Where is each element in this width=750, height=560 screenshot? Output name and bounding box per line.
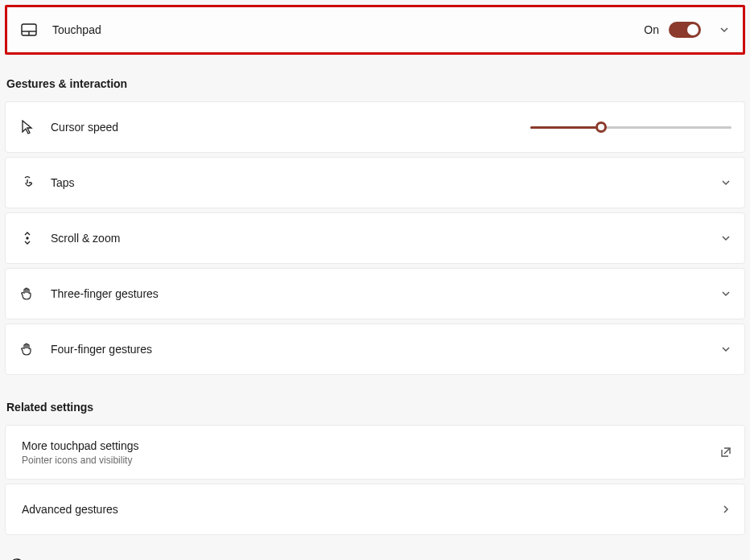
scroll-zoom-row[interactable]: Scroll & zoom (5, 212, 745, 264)
more-touchpad-row[interactable]: More touchpad settings Pointer icons and… (5, 425, 745, 480)
chevron-down-icon[interactable] (719, 24, 730, 35)
touchpad-toggle[interactable] (669, 22, 701, 38)
advanced-gestures-row[interactable]: Advanced gestures (5, 484, 745, 535)
hand-icon (19, 342, 36, 356)
three-finger-label: Three-finger gestures (51, 287, 159, 300)
taps-label: Taps (51, 176, 75, 189)
scroll-icon (19, 231, 36, 245)
touchpad-label: Touchpad (52, 23, 101, 36)
cursor-speed-row[interactable]: Cursor speed (5, 101, 745, 153)
chevron-right-icon (720, 504, 731, 515)
advanced-gestures-label: Advanced gestures (22, 503, 118, 516)
chevron-down-icon[interactable] (720, 233, 731, 244)
four-finger-label: Four-finger gestures (51, 343, 152, 356)
svg-point-3 (27, 237, 28, 239)
three-finger-row[interactable]: Three-finger gestures (5, 268, 745, 319)
chevron-down-icon[interactable] (720, 288, 731, 299)
chevron-down-icon[interactable] (720, 177, 731, 188)
more-touchpad-subtitle: Pointer icons and visibility (22, 455, 139, 466)
touchpad-toggle-state: On (644, 23, 659, 36)
cursor-speed-label: Cursor speed (51, 121, 118, 134)
external-link-icon (720, 447, 731, 458)
section-gestures-header: Gestures & interaction (6, 77, 745, 90)
cursor-speed-slider[interactable] (530, 119, 731, 135)
cursor-icon (19, 120, 36, 134)
section-related-header: Related settings (6, 401, 745, 414)
hand-icon (19, 286, 36, 301)
chevron-down-icon[interactable] (720, 344, 731, 355)
touchpad-icon (20, 23, 38, 36)
more-touchpad-label: More touchpad settings (22, 439, 139, 452)
four-finger-row[interactable]: Four-finger gestures (5, 323, 745, 375)
touchpad-row[interactable]: Touchpad On (5, 5, 745, 55)
tap-icon (19, 175, 36, 190)
taps-row[interactable]: Taps (5, 157, 745, 208)
scroll-zoom-label: Scroll & zoom (51, 232, 120, 245)
